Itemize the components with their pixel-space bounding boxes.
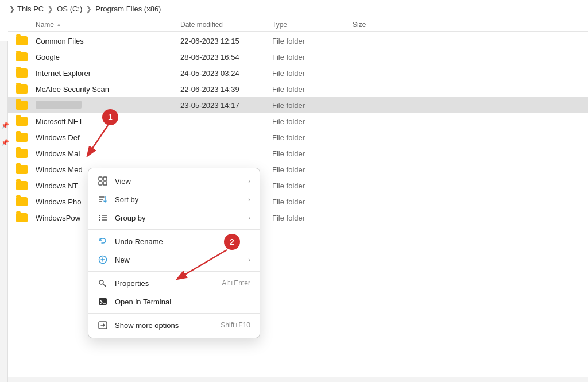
- file-type: File folder: [272, 165, 353, 174]
- svg-rect-5: [99, 217, 100, 218]
- share-icon: [98, 320, 108, 330]
- context-menu: View › Sort by ›: [88, 168, 260, 338]
- breadcrumb-this-pc[interactable]: This PC: [17, 5, 44, 13]
- menu-item-show-more[interactable]: Show more options Shift+F10: [88, 316, 260, 334]
- folder-icon: [8, 101, 36, 110]
- file-date: 24-05-2023 03:24: [180, 69, 272, 78]
- svg-rect-0: [99, 177, 102, 180]
- file-name: Windows Def: [36, 133, 180, 142]
- menu-item-view[interactable]: View ›: [88, 172, 260, 190]
- file-name: Windows Mai: [36, 149, 180, 158]
- folder-icon: [8, 133, 36, 142]
- menu-label-view: View: [115, 177, 241, 186]
- file-type: File folder: [272, 69, 353, 78]
- folder-icon: [8, 36, 36, 45]
- shortcut-show-more: Shift+F10: [220, 321, 250, 329]
- shortcut-properties: Alt+Enter: [222, 279, 250, 287]
- table-row[interactable]: Windows Mai File folder: [8, 145, 588, 161]
- file-name: Google: [36, 53, 180, 61]
- plus-circle-icon: [98, 254, 108, 265]
- file-type: File folder: [272, 85, 353, 94]
- list-icon: [98, 213, 108, 223]
- folder-icon: [8, 149, 36, 158]
- col-header-date[interactable]: Date modified: [180, 21, 272, 29]
- grid-icon: [98, 176, 108, 186]
- file-type: File folder: [272, 37, 353, 45]
- folder-icon: [8, 52, 36, 61]
- table-row[interactable]: 23-05-2023 14:17 File folder: [8, 97, 588, 113]
- menu-label-properties: Properties: [115, 279, 215, 288]
- file-type: File folder: [272, 182, 353, 190]
- file-type: File folder: [272, 101, 353, 110]
- menu-item-new[interactable]: New ›: [88, 250, 260, 272]
- table-row[interactable]: McAfee Security Scan 22-06-2023 14:39 Fi…: [8, 81, 588, 97]
- folder-icon: [8, 165, 36, 174]
- key-icon: [98, 278, 108, 288]
- file-date: 22-06-2023 14:39: [180, 85, 272, 94]
- pin-icon-1: 📌: [1, 122, 9, 129]
- column-headers: Name ▲ Date modified Type Size: [8, 18, 588, 32]
- folder-icon: [8, 117, 36, 126]
- left-panel: 📌 📌: [0, 41, 8, 382]
- menu-item-sort-by[interactable]: Sort by ›: [88, 190, 260, 209]
- svg-rect-3: [103, 182, 107, 185]
- chevron-right-icon-2: ›: [248, 196, 250, 203]
- chevron-right-icon: ›: [248, 178, 250, 184]
- terminal-icon: [98, 296, 108, 307]
- breadcrumb-sep-2: ❯: [86, 5, 92, 13]
- svg-rect-1: [103, 177, 107, 180]
- main-content: 📌 📌 Name ▲ Date modified Type Size Commo…: [0, 18, 588, 377]
- undo-icon: [98, 236, 108, 246]
- file-name: McAfee Security Scan: [36, 85, 180, 94]
- file-date: 22-06-2023 12:15: [180, 37, 272, 45]
- file-date: 28-06-2023 16:54: [180, 53, 272, 61]
- folder-icon: [8, 68, 36, 78]
- file-type: File folder: [272, 149, 353, 158]
- svg-point-13: [99, 280, 103, 284]
- chevron-right-icon-3: ›: [248, 214, 250, 221]
- chevron-right-icon-4: ›: [248, 256, 250, 263]
- file-date: 23-05-2023 14:17: [180, 101, 272, 110]
- menu-item-properties[interactable]: Properties Alt+Enter: [88, 274, 260, 292]
- file-name: Internet Explorer: [36, 69, 180, 78]
- folder-icon: [8, 84, 36, 94]
- sort-icon: [98, 194, 108, 204]
- title-bar: ❯ This PC ❯ OS (C:) ❯ Program Files (x86…: [0, 0, 588, 18]
- col-header-type[interactable]: Type: [272, 21, 353, 29]
- svg-rect-6: [99, 219, 100, 221]
- table-row[interactable]: Windows Def File folder: [8, 129, 588, 145]
- menu-label-new: New: [115, 256, 241, 264]
- table-row[interactable]: Internet Explorer 24-05-2023 03:24 File …: [8, 65, 588, 81]
- menu-item-open-terminal[interactable]: Open in Terminal: [88, 292, 260, 314]
- file-type: File folder: [272, 117, 353, 126]
- breadcrumb-program-files[interactable]: Program Files (x86): [95, 5, 161, 13]
- file-type: File folder: [272, 198, 353, 206]
- breadcrumb-os-c[interactable]: OS (C:): [57, 5, 82, 13]
- menu-label-open-terminal: Open in Terminal: [115, 298, 250, 306]
- file-name: Common Files: [36, 37, 180, 45]
- menu-label-sort-by: Sort by: [115, 195, 241, 204]
- col-header-name[interactable]: Name ▲: [8, 21, 180, 29]
- breadcrumb-icon: ❯: [9, 5, 15, 13]
- sort-arrow: ▲: [56, 22, 61, 28]
- menu-item-group-by[interactable]: Group by ›: [88, 209, 260, 230]
- annotation-circle-1: 1: [102, 109, 118, 125]
- file-type: File folder: [272, 133, 353, 142]
- folder-icon: [8, 197, 36, 206]
- breadcrumb-sep-1: ❯: [47, 5, 53, 13]
- table-row[interactable]: Google 28-06-2023 16:54 File folder: [8, 49, 588, 65]
- menu-label-show-more: Show more options: [115, 321, 214, 330]
- pin-icon-2: 📌: [1, 139, 9, 146]
- folder-icon: [8, 181, 36, 190]
- folder-icon: [8, 213, 36, 222]
- file-name-blurred: [36, 101, 180, 110]
- file-type: File folder: [272, 53, 353, 61]
- annotation-circle-2: 2: [224, 234, 240, 250]
- svg-rect-2: [99, 182, 102, 185]
- table-row[interactable]: Common Files 22-06-2023 12:15 File folde…: [8, 33, 588, 49]
- svg-rect-4: [99, 215, 100, 216]
- file-type: File folder: [272, 214, 353, 222]
- menu-label-group-by: Group by: [115, 214, 241, 222]
- table-row[interactable]: Microsoft.NET File folder: [8, 113, 588, 129]
- col-header-size[interactable]: Size: [353, 21, 410, 29]
